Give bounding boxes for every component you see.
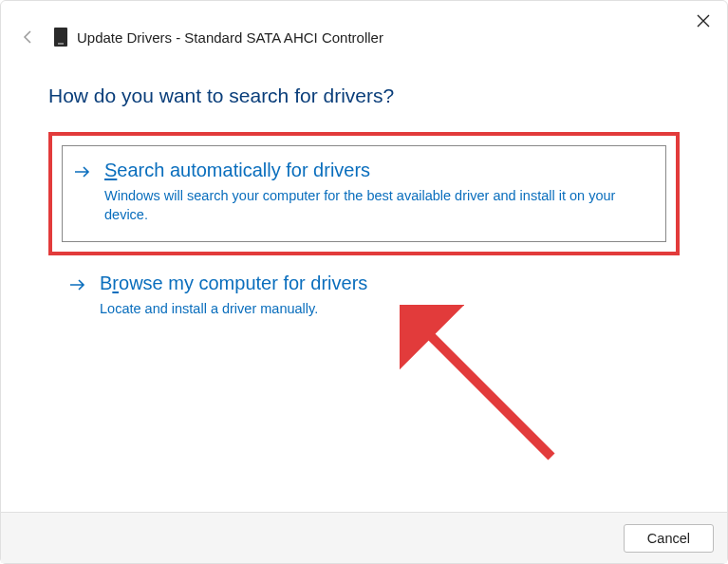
update-drivers-window: Update Drivers - Standard SATA AHCI Cont… xyxy=(0,0,728,564)
option-browse-computer[interactable]: Browse my computer for drivers Locate an… xyxy=(58,265,670,330)
header: Update Drivers - Standard SATA AHCI Cont… xyxy=(1,1,727,56)
device-icon xyxy=(54,28,67,47)
page-heading: How do you want to search for drivers? xyxy=(48,85,680,107)
close-icon xyxy=(697,14,710,28)
window-title: Update Drivers - Standard SATA AHCI Cont… xyxy=(77,29,383,46)
svg-line-0 xyxy=(419,324,551,457)
footer: Cancel xyxy=(1,512,727,563)
arrow-right-icon xyxy=(69,278,86,295)
arrow-right-icon xyxy=(74,165,91,182)
option-description: Windows will search your computer for th… xyxy=(104,187,648,224)
close-button[interactable] xyxy=(693,10,714,31)
content-area: How do you want to search for drivers? S… xyxy=(1,56,727,340)
cancel-button[interactable]: Cancel xyxy=(624,524,714,553)
option-title: Browse my computer for drivers xyxy=(100,273,653,294)
option-text: Browse my computer for drivers Locate an… xyxy=(100,273,653,319)
option-title: Search automatically for drivers xyxy=(104,160,648,181)
option-text: Search automatically for drivers Windows… xyxy=(104,160,648,224)
option-description: Locate and install a driver manually. xyxy=(100,300,653,319)
back-arrow-icon xyxy=(22,30,35,44)
option-browse-wrap: Browse my computer for drivers Locate an… xyxy=(48,255,680,340)
back-button[interactable] xyxy=(22,29,37,45)
option-search-automatically[interactable]: Search automatically for drivers Windows… xyxy=(62,145,666,242)
option-search-auto-highlight: Search automatically for drivers Windows… xyxy=(48,132,680,255)
